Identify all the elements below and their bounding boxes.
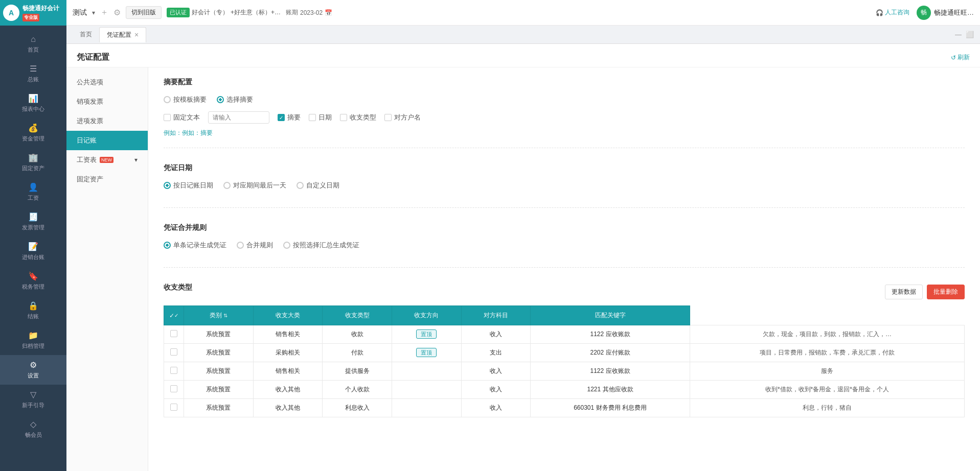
- sub-nav-label: 工资表: [77, 155, 97, 164]
- update-data-button[interactable]: 更新数据: [885, 285, 923, 299]
- radio-journal-date[interactable]: 按日记账日期: [164, 181, 213, 190]
- sidebar-item-funds[interactable]: 💰 资金管理: [0, 118, 66, 148]
- calendar-icon[interactable]: 📅: [325, 9, 332, 16]
- td-checkbox[interactable]: [164, 399, 184, 417]
- radio-custom-date[interactable]: 自定义日期: [297, 181, 339, 190]
- switch-version-button[interactable]: 切到旧版: [126, 6, 162, 19]
- checkbox-counterpart[interactable]: 对方户名: [384, 113, 421, 122]
- cert-tags: 已认证 好会计（专） +好生意（标）+…: [167, 8, 281, 17]
- td-checkbox[interactable]: [164, 325, 184, 344]
- checkbox-fixed-label: 固定文本: [173, 113, 200, 122]
- sidebar-item-label: 发票管理: [22, 224, 44, 231]
- radio-merge-rule[interactable]: 合并规则: [237, 241, 273, 250]
- table-actions: 更新数据 批量删除: [885, 285, 965, 299]
- sidebar-item-guide[interactable]: ▽ 新手引导: [0, 385, 66, 414]
- batch-delete-button[interactable]: 批量删除: [927, 285, 965, 299]
- sidebar-item-ledger[interactable]: ☰ 总账: [0, 59, 66, 88]
- logo-icon: A: [3, 5, 19, 21]
- user-menu[interactable]: 畅 畅捷通旺旺…: [917, 6, 974, 20]
- reset-badge[interactable]: 置顶: [416, 348, 437, 357]
- radio-circle: [164, 96, 171, 103]
- salary-icon: 👤: [28, 182, 38, 192]
- row-checkbox[interactable]: [170, 385, 177, 392]
- tab-home[interactable]: 首页: [73, 27, 99, 42]
- radio-template-summary[interactable]: 按模板摘要: [164, 95, 207, 104]
- radio-circle: [283, 242, 290, 249]
- sort-icon[interactable]: ⇅: [223, 313, 227, 318]
- td-checkbox[interactable]: [164, 381, 184, 399]
- funds-icon: 💰: [28, 123, 38, 133]
- radio-single-record[interactable]: 单条记录生成凭证: [164, 241, 226, 250]
- sidebar-item-invoice[interactable]: 🧾 发票管理: [0, 207, 66, 237]
- td-main-type: 销售相关: [253, 362, 323, 381]
- radio-last-day[interactable]: 对应期间最后一天: [223, 181, 286, 190]
- table-row: 系统预置 采购相关 付款 置顶 支出 2202 应付账款 项目，日常费用，报销款…: [164, 344, 965, 362]
- content-area: 凭证配置 ↺ 刷新 公共选项 销项发票 进项发票: [66, 44, 980, 471]
- checkbox-summary[interactable]: 摘要: [278, 113, 301, 122]
- radio-journal-label: 按日记账日期: [173, 181, 213, 190]
- sidebar-item-assets[interactable]: 🏢 固定资产: [0, 148, 66, 177]
- td-direction: 收入: [461, 399, 531, 417]
- td-keywords: 收到*借款，收到*备用金，退回*备用金，个人: [690, 381, 964, 399]
- sidebar-item-archive[interactable]: 📁 归档管理: [0, 325, 66, 355]
- service-label: 人工咨询: [885, 8, 909, 17]
- maximize-icon[interactable]: ⬜: [966, 31, 974, 38]
- sidebar-item-tax[interactable]: 🔖 税务管理: [0, 266, 66, 296]
- merge-radio-group: 单条记录生成凭证 合并规则 按照选择汇总生成凭证: [164, 241, 965, 250]
- row-checkbox[interactable]: [170, 348, 177, 356]
- tab-voucher-config[interactable]: 凭证配置 ×: [99, 27, 146, 42]
- topbar-add[interactable]: ＋: [100, 7, 108, 18]
- sub-nav-item-salary[interactable]: 工资表 NEW ▾: [66, 150, 148, 170]
- reset-badge[interactable]: 置顶: [416, 329, 437, 339]
- sidebar-item-settings[interactable]: ⚙ 设置: [0, 355, 66, 385]
- refresh-label: 刷新: [958, 53, 970, 62]
- fixed-text-input[interactable]: [208, 111, 269, 124]
- new-badge: NEW: [100, 157, 113, 163]
- td-checkbox[interactable]: [164, 362, 184, 381]
- td-reset-empty: [392, 381, 461, 399]
- sidebar-item-purchase[interactable]: 📝 进销台账: [0, 237, 66, 266]
- business-tag: +好生意（标）+…: [231, 8, 281, 17]
- sidebar-item-label: 总账: [28, 76, 39, 83]
- refresh-button[interactable]: ↺ 刷新: [951, 53, 970, 62]
- tab-close-button[interactable]: ×: [134, 31, 139, 39]
- sub-nav-item-public[interactable]: 公共选项: [66, 73, 148, 92]
- sidebar-nav: ⌂ 首页 ☰ 总账 📊 报表中心 💰 资金管理 🏢 固定资产 👤 工资: [0, 26, 66, 471]
- row-checkbox[interactable]: [170, 367, 177, 374]
- radio-single-label: 单条记录生成凭证: [173, 241, 226, 250]
- sidebar-item-label: 工资: [28, 194, 39, 202]
- voucher-date-title: 凭证日期: [164, 163, 965, 173]
- th-account: 对方科目: [461, 306, 531, 325]
- sub-nav-item-purchase[interactable]: 进项发票: [66, 111, 148, 131]
- sidebar-item-close[interactable]: 🔒 结账: [0, 296, 66, 325]
- example-hint: 例如：例如：摘要: [164, 129, 965, 137]
- checkbox-type[interactable]: 收支类型: [340, 113, 376, 122]
- checkbox-box: [164, 114, 171, 121]
- td-reset-empty: [392, 362, 461, 381]
- table-row: 系统预置 销售相关 提供服务 收入 1122 应收账款 服务: [164, 362, 965, 381]
- service-button[interactable]: 🎧 人工咨询: [876, 8, 909, 17]
- company-dropdown[interactable]: ▾: [92, 9, 95, 16]
- row-checkbox[interactable]: [170, 330, 177, 337]
- td-checkbox[interactable]: [164, 344, 184, 362]
- topbar-settings[interactable]: ⚙: [113, 8, 121, 17]
- radio-select-total[interactable]: 按照选择汇总生成凭证: [283, 241, 359, 250]
- body-layout: 公共选项 销项发票 进项发票 日记账 工资表 NEW ▾: [66, 67, 980, 471]
- sidebar-item-salary[interactable]: 👤 工资: [0, 177, 66, 207]
- checkbox-fixed-text[interactable]: 固定文本: [164, 113, 200, 122]
- sidebar-item-member[interactable]: ◇ 畅会员: [0, 414, 66, 444]
- sub-nav-item-journal[interactable]: 日记账: [66, 131, 148, 150]
- minimize-icon[interactable]: —: [955, 31, 962, 38]
- sidebar-item-home[interactable]: ⌂ 首页: [0, 30, 66, 59]
- user-avatar: 畅: [917, 6, 931, 20]
- header-checkbox[interactable]: ✓: [170, 312, 177, 319]
- row-checkbox[interactable]: [170, 404, 177, 411]
- sidebar-item-reports[interactable]: 📊 报表中心: [0, 88, 66, 118]
- close-icon: 🔒: [28, 301, 38, 311]
- invoice-icon: 🧾: [28, 212, 38, 222]
- checkbox-date[interactable]: 日期: [309, 113, 332, 122]
- sub-nav-label: 固定资产: [77, 175, 103, 184]
- radio-select-summary[interactable]: 选择摘要: [217, 95, 253, 104]
- sub-nav-item-sales[interactable]: 销项发票: [66, 92, 148, 111]
- sub-nav-item-fixed[interactable]: 固定资产: [66, 170, 148, 189]
